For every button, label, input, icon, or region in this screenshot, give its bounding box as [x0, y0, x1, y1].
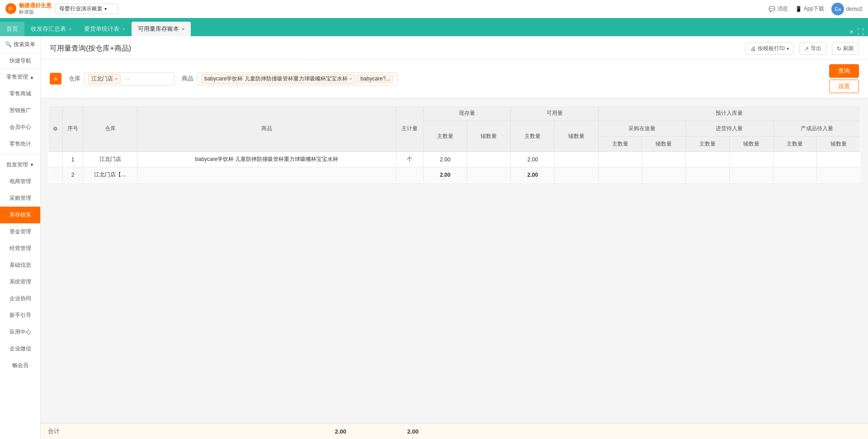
- sidebar-item-basics[interactable]: 基础信息: [0, 257, 40, 274]
- print-template-label: 按模板打印: [758, 45, 785, 52]
- user-menu[interactable]: Ea demo2: [831, 3, 863, 15]
- chevron-down-icon: ▾: [104, 6, 107, 11]
- phone-icon: 📱: [795, 6, 802, 12]
- sidebar-item-new-guide[interactable]: 新手引导: [0, 307, 40, 324]
- top-bar: 好 畅捷通好生意 标准版 母婴行业演示账套 ▾ 💬 消息 📱 App下载 Ea …: [0, 0, 868, 18]
- sidebar-item-app-center[interactable]: 应用中心: [0, 324, 40, 340]
- th-unit: 主计量: [396, 106, 423, 152]
- username-label: demo2: [846, 6, 863, 12]
- tab-available-inventory-close[interactable]: ×: [182, 26, 184, 32]
- th-current-aux: 辅数量: [467, 121, 511, 152]
- sidebar-search[interactable]: 🔍 搜索菜单: [0, 36, 40, 53]
- tab-home[interactable]: 首页: [0, 22, 24, 36]
- product-tag-1-remove[interactable]: ×: [349, 76, 352, 81]
- printer-icon: 🖨: [750, 46, 756, 52]
- tab-receipt-summary[interactable]: 收发存汇总表 ×: [24, 22, 78, 36]
- app-label: App下载: [804, 5, 824, 13]
- th-production-aux: 辅数量: [817, 137, 861, 152]
- sidebar-item-retail-mall[interactable]: 零售商城: [0, 85, 40, 102]
- th-product: 商品: [137, 106, 396, 152]
- close-all-tabs-button[interactable]: ×: [849, 28, 854, 36]
- sidebar-item-ecommerce[interactable]: 电商管理: [0, 173, 40, 190]
- refresh-button[interactable]: ↻ 刷新: [832, 42, 859, 55]
- table-row: 1 江北门店 babycare学饮杯 儿童防摔防撞吸管杯重力球吸嘴杯宝宝水杯 个…: [48, 152, 861, 167]
- warehouse-ellipsis[interactable]: ···: [123, 76, 131, 82]
- filter-toggle-button[interactable]: »: [50, 73, 61, 85]
- settings-button[interactable]: 设置: [829, 80, 859, 93]
- message-button[interactable]: 💬 消息: [769, 5, 788, 13]
- tab-purchase-stats[interactable]: 要货单统计表 ×: [78, 22, 131, 36]
- sidebar-inventory-label: 库存核算: [9, 211, 31, 219]
- warehouse-filter-group: 仓库 江北门店 × ···: [69, 72, 175, 85]
- filter-area: » 仓库 江北门店 × ··· 商品 babycare学饮杯 儿童防摔防撞吸管杯…: [41, 60, 868, 98]
- row-available-main-2: 2.00: [511, 167, 555, 183]
- query-button[interactable]: 查询: [829, 64, 859, 78]
- fullscreen-button[interactable]: ⛶: [857, 28, 864, 36]
- th-production-pending: 产成品待入量: [773, 121, 860, 137]
- summary-available-main: 2.00: [382, 428, 419, 435]
- filter-action-buttons: 查询 设置: [829, 64, 859, 93]
- sidebar-item-marketing[interactable]: 营销推广: [0, 102, 40, 119]
- print-template-button[interactable]: 🖨 按模板打印 ▾: [745, 42, 794, 55]
- warehouse-tag-1[interactable]: 江北门店 ×: [88, 74, 121, 84]
- warehouse-filter-label: 仓库: [69, 75, 80, 83]
- chevron-icon-2: ▼: [30, 162, 34, 167]
- row-settings-2[interactable]: [48, 167, 63, 183]
- sidebar-item-purchase[interactable]: 采购管理: [0, 190, 40, 207]
- th-available-aux: 辅数量: [555, 121, 599, 152]
- sidebar-item-cooperation[interactable]: 企业协同: [0, 290, 40, 307]
- warehouse-tag-1-remove[interactable]: ×: [115, 76, 118, 81]
- th-warehouse: 仓库: [83, 106, 137, 152]
- row-warehouse: 江北门店: [83, 152, 137, 167]
- sidebar-chang-member-label: 畅会员: [12, 362, 28, 369]
- product-tag-2[interactable]: babycare?...: [357, 75, 393, 83]
- sidebar-retail-mall-label: 零售商城: [9, 90, 31, 98]
- sidebar-item-finance[interactable]: 资金管理: [0, 223, 40, 240]
- sidebar-item-retail-mgmt[interactable]: 零售管理 ▲: [0, 69, 40, 85]
- row-product: babycare学饮杯 儿童防摔防撞吸管杯重力球吸嘴杯宝宝水杯: [137, 152, 396, 167]
- row-current-aux: [467, 152, 511, 167]
- print-chevron-icon: ▾: [787, 46, 789, 51]
- warehouse-filter-input[interactable]: 江北门店 × ···: [84, 72, 175, 85]
- sidebar-item-operations[interactable]: 经营管理: [0, 240, 40, 257]
- sidebar-item-enterprise-wechat[interactable]: 企业微信: [0, 340, 40, 357]
- message-label: 消息: [777, 5, 788, 13]
- sidebar-new-guide-label: 新手引导: [9, 312, 31, 319]
- tab-available-inventory[interactable]: 可用量库存账本 ×: [132, 22, 191, 36]
- sidebar-item-wholesale-mgmt[interactable]: 批发管理 ▼: [0, 156, 40, 173]
- th-settings[interactable]: ⚙: [48, 106, 63, 152]
- sidebar-item-chang-member[interactable]: 畅会员: [0, 357, 40, 374]
- sidebar-item-retail-stats[interactable]: 零售统计: [0, 136, 40, 152]
- layout: 🔍 搜索菜单 快捷导航 零售管理 ▲ 零售商城 营销推广 会员中心 零售统计 批…: [0, 36, 868, 439]
- template-selector[interactable]: 母婴行业演示账套 ▾: [55, 4, 118, 14]
- tab-receipt-summary-close[interactable]: ×: [69, 26, 71, 32]
- sidebar-enterprise-wechat-label: 企业微信: [9, 345, 31, 353]
- product-tag-1[interactable]: babycare学饮杯 儿童防摔防撞吸管杯重力球吸嘴杯宝宝水杯 ×: [201, 74, 355, 84]
- row-current-main: 2.00: [423, 152, 467, 167]
- th-purchase-transit-main: 主数量: [598, 137, 642, 152]
- app-download-button[interactable]: 📱 App下载: [795, 5, 824, 13]
- logo-icon: 好: [5, 3, 16, 14]
- sidebar-marketing-label: 营销推广: [9, 107, 31, 114]
- nav-tabs: 首页 收发存汇总表 × 要货单统计表 × 可用量库存账本 × × ⛶: [0, 18, 868, 36]
- row-purchase-transit-aux: [642, 152, 686, 167]
- sidebar-item-system[interactable]: 系统管理: [0, 274, 40, 290]
- sidebar-item-member[interactable]: 会员中心: [0, 119, 40, 136]
- sidebar-nav[interactable]: 快捷导航: [0, 53, 40, 69]
- tab-receipt-summary-label: 收发存汇总表: [31, 25, 66, 33]
- chevron-right-icon: »: [54, 75, 57, 82]
- th-purchase-transit: 采购在途量: [598, 121, 685, 137]
- logo-sub: 标准版: [19, 9, 52, 15]
- export-button[interactable]: ↗ 导出: [799, 42, 826, 55]
- row-purchase-transit-main: [598, 152, 642, 167]
- avatar: Ea: [831, 3, 844, 15]
- template-label: 母婴行业演示账套: [59, 5, 103, 13]
- sidebar-item-inventory[interactable]: 库存核算: [0, 207, 40, 223]
- refresh-label: 刷新: [843, 45, 854, 52]
- row-settings[interactable]: [48, 152, 63, 167]
- row-incoming-aux-2: [729, 167, 773, 183]
- row-incoming-aux: [729, 152, 773, 167]
- tab-purchase-stats-close[interactable]: ×: [122, 26, 125, 32]
- logo-area: 好 畅捷通好生意 标准版: [5, 2, 52, 15]
- product-filter-input[interactable]: babycare学饮杯 儿童防摔防撞吸管杯重力球吸嘴杯宝宝水杯 × babyca…: [197, 72, 397, 85]
